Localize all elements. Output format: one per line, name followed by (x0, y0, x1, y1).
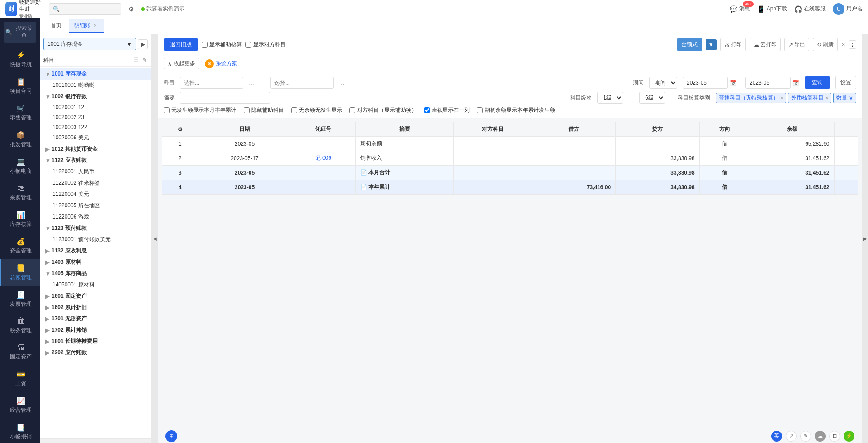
tree-action-list[interactable]: ☰ (133, 56, 140, 64)
cb-hide-aux[interactable]: 隐藏辅助科目 (244, 106, 284, 114)
cb-hide-aux-input[interactable] (244, 107, 250, 113)
tree-item-1601[interactable]: ▶ 1601 固定资产 (40, 291, 151, 302)
bottom-arrow-btn[interactable]: ↗ (786, 431, 797, 442)
cb-show-beginning[interactable]: 期初余额显示本年累计发生额 (477, 106, 555, 114)
sidebar-item-general-ledger[interactable]: 📒 总账管理 (0, 259, 40, 286)
tree-item-11220005[interactable]: 11220005 所在地区 (40, 200, 151, 211)
show-aux-input[interactable] (202, 42, 208, 48)
right-collapse-panel[interactable]: ▶ (862, 34, 868, 443)
subject-input[interactable] (180, 77, 243, 89)
tree-item-10020003[interactable]: 10020003 122 (40, 122, 151, 132)
cb-no-balance[interactable]: 无发生额显示本月本年累计 (164, 106, 236, 114)
sidebar-item-capital[interactable]: 💰 资金管理 (0, 233, 40, 259)
tree-item-11220004[interactable]: 11220004 美元 (40, 189, 151, 200)
tag-normal-close[interactable]: × (780, 95, 783, 100)
period-end-input[interactable] (745, 77, 791, 89)
expand-panel-btn[interactable]: ⟩ (849, 40, 856, 49)
current-account-display[interactable]: 1001 库存现金 ▼ (43, 38, 136, 50)
tree-item-1801[interactable]: ▶ 1801 长期待摊费用 (40, 336, 151, 347)
user-area[interactable]: U 用户名 (833, 3, 863, 15)
cb-balance-one-col-input[interactable] (424, 107, 430, 113)
tree-item-1132[interactable]: ▶ 1132 应收利息 (40, 245, 151, 257)
tree-item-10020001[interactable]: 10020001 12 (40, 102, 151, 112)
scheme-selector[interactable]: ⚙ 系统方案 (205, 59, 237, 68)
show-opposite-checkbox[interactable]: 显示对方科目 (245, 41, 286, 48)
sidebar-search-button[interactable]: 🔍 搜索菜单 (4, 22, 36, 43)
bottom-cloud-btn[interactable]: ☁ (815, 431, 826, 442)
tag-quantity[interactable]: 数量 ∨ (833, 93, 856, 103)
show-aux-checkbox[interactable]: 显示辅助核算 (202, 41, 242, 48)
tree-item-1012[interactable]: ▶ 1012 其他货币资金 (40, 143, 151, 155)
cb-no-balance-input[interactable] (164, 107, 170, 113)
sidebar-item-ecommerce[interactable]: 💻 小畅电商 (0, 153, 40, 180)
panel-divider[interactable]: ◀ (152, 34, 158, 443)
search-input[interactable] (60, 6, 117, 12)
sidebar-item-salary[interactable]: 💳 工资 (0, 365, 40, 392)
cb-show-beginning-input[interactable] (477, 107, 483, 113)
sidebar-item-inventory[interactable]: 📊 库存核算 (0, 206, 40, 233)
print-btn[interactable]: 🖨 打印 (720, 38, 746, 51)
online-service-btn[interactable]: 🎧 在线客服 (794, 5, 826, 13)
tree-action-edit[interactable]: ✎ (142, 56, 148, 64)
tree-item-10010001[interactable]: 10010001 哟哟哟 (40, 80, 151, 91)
export-btn[interactable]: ↗ 导出 (784, 38, 809, 51)
period-type-select[interactable]: 期间 (649, 77, 677, 89)
sidebar-item-wholesale[interactable]: 📦 批发管理 (0, 126, 40, 153)
tab-detail-close[interactable]: × (92, 23, 99, 29)
query-btn[interactable]: 查询 (805, 76, 830, 89)
top-search-box[interactable]: 🔍 (49, 3, 121, 15)
bottom-main-btn[interactable]: ⊞ (165, 430, 177, 442)
subject-level-from-select[interactable]: 1级 (597, 92, 623, 104)
tree-item-1001[interactable]: ▼ 1001 库存现金 (40, 68, 151, 80)
sidebar-item-tax[interactable]: 🏛 税务管理 (0, 313, 40, 339)
tree-item-1123[interactable]: ▼ 1123 预付账款 (40, 223, 151, 234)
tree-item-11230001[interactable]: 11230001 预付账款美元 (40, 234, 151, 245)
settings-btn[interactable]: 设置 (835, 76, 856, 89)
subject-to-input[interactable] (270, 77, 334, 89)
bottom-flash-btn[interactable]: ⚡ (844, 431, 854, 442)
sidebar-item-purchase[interactable]: 🛍 采购管理 (0, 180, 40, 206)
cb-no-balance2-input[interactable] (291, 107, 297, 113)
calendar-icon-2[interactable]: 📅 (793, 80, 799, 86)
tree-item-1702[interactable]: ▶ 1702 累计摊销 (40, 324, 151, 336)
tree-item-1002[interactable]: ▼ 1002 银行存款 (40, 91, 151, 102)
messages-btn[interactable]: 💬 消息 99+ (730, 5, 750, 13)
tree-item-10020006[interactable]: 10020006 美元 (40, 132, 151, 143)
tree-item-11220006[interactable]: 11220006 游戏 (40, 211, 151, 223)
cloud-print-btn[interactable]: ☁ 云打印 (750, 38, 781, 51)
tree-item-10020002[interactable]: 10020002 23 (40, 112, 151, 122)
account-tree-scrollbar[interactable] (40, 438, 151, 443)
sidebar-item-small-report[interactable]: 📑 小畅报销 (0, 419, 40, 443)
cb-show-opposite-input[interactable] (349, 107, 355, 113)
th-settings[interactable]: ⚙ (162, 122, 198, 137)
close-panel-btn[interactable]: × (841, 41, 845, 49)
cb-show-opposite[interactable]: 对方科目（显示辅助项） (349, 106, 417, 114)
tree-item-11220001[interactable]: 11220001 人民币 (40, 166, 151, 177)
period-start-input[interactable] (683, 77, 728, 89)
settings-gear-icon[interactable]: ⚙ (125, 3, 137, 15)
return-old-version-btn[interactable]: 退回旧版 (164, 38, 198, 51)
tree-item-1602[interactable]: ▶ 1602 累计折旧 (40, 302, 151, 313)
format-arrow-btn[interactable]: ▼ (706, 39, 717, 50)
tree-item-1122[interactable]: ▼ 1122 应收账款 (40, 155, 151, 166)
sidebar-item-retail[interactable]: 🛒 零售管理 (0, 100, 40, 126)
show-opposite-input[interactable] (245, 42, 251, 48)
tree-item-14050001[interactable]: 14050001 原材料 (40, 279, 151, 291)
cb-no-balance2[interactable]: 无余额无发生显示 (291, 106, 342, 114)
tab-home[interactable]: 首页 (45, 19, 67, 33)
tree-item-1405[interactable]: ▼ 1405 库存商品 (40, 268, 151, 279)
refresh-btn[interactable]: ↻ 刷新 (813, 38, 838, 51)
bottom-grid-btn[interactable]: ⊡ (829, 431, 840, 442)
app-download-btn[interactable]: 📱 App下载 (757, 5, 787, 13)
tag-foreign-close[interactable]: × (826, 95, 828, 100)
sidebar-item-fixed-assets[interactable]: 🏗 固定资产 (0, 339, 40, 365)
voucher-link[interactable]: 记-006 (315, 155, 331, 161)
tree-item-1701[interactable]: ▶ 1701 无形资产 (40, 313, 151, 324)
cb-balance-one-col[interactable]: 余额显示在一列 (424, 106, 470, 114)
sidebar-item-invoice[interactable]: 🧾 发票管理 (0, 286, 40, 313)
bottom-edit-btn[interactable]: ✎ (800, 431, 811, 442)
tree-item-11220002[interactable]: 11220002 往来标签 (40, 177, 151, 189)
tree-item-2202[interactable]: ▶ 2202 应付账款 (40, 347, 151, 358)
summary-input[interactable] (180, 92, 270, 104)
sidebar-item-shortcut[interactable]: ⚡ 快捷导航 (0, 46, 40, 73)
